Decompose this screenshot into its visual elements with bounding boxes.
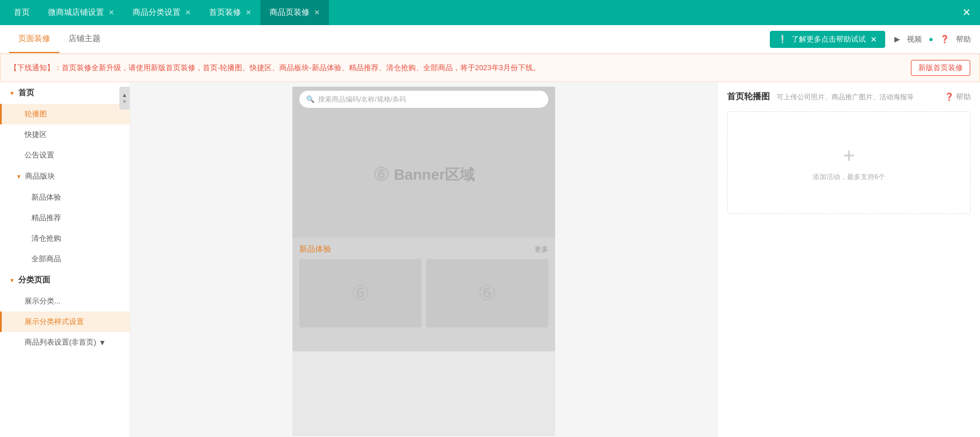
tab-store-settings[interactable]: 微商城店铺设置 ✕ [39,0,123,25]
notice-text: 【下线通知】：首页装修全新升级，请使用新版首页装修，首页-轮播图、快捷区、商品板… [10,63,906,73]
sidebar-item-quick-zone[interactable]: 快捷区 [0,124,130,145]
sidebar-quick-zone-label: 快捷区 [25,130,47,139]
tab-category-settings-label: 商品分类设置 [132,7,180,18]
window-close-button[interactable]: ✕ [958,4,975,21]
tab-product-decor-label: 商品页装修 [270,7,310,18]
help-banner-text: 了解更多点击帮助试试 [792,34,866,44]
tab-product-decor-close[interactable]: ✕ [314,9,320,17]
tab-bar: 首页 微商城店铺设置 ✕ 商品分类设置 ✕ 首页装修 ✕ 商品页装修 ✕ ✕ [0,0,980,25]
preview-search-placeholder: 搜索商品编码/名称/规格/条码 [318,95,406,104]
video-label: 视频 [907,34,922,44]
preview-products-area: 新品体验 更多 ⑥ ⑥ [292,237,555,351]
sidebar-home-group[interactable]: ▼ 首页 [0,82,130,104]
sidebar-carousel-label: 轮播图 [25,110,47,118]
preview-product-item-2: ⑥ [426,259,548,327]
new-home-decor-label: 新版首页装修 [918,63,963,72]
tab-product-decor[interactable]: 商品页装修 ✕ [260,0,329,25]
sidebar-item-new-experience[interactable]: 新品体验 [0,187,130,208]
sub-tab-page-decor[interactable]: 页面装修 [9,26,59,53]
sidebar-product-block-group[interactable]: ▼ 商品版块 [0,165,130,187]
new-home-decor-button[interactable]: 新版首页装修 [911,60,970,76]
product-icon-1: ⑥ [351,281,369,305]
category-group-arrow: ▼ [9,277,15,284]
help-banner: ❕ 了解更多点击帮助试试 ✕ [770,31,885,48]
sidebar: ▲ « ▼ 首页 轮播图 快捷区 公告设置 ▼ 商品版块 新品体验 [0,82,130,437]
sidebar-premium-label: 精品推荐 [31,213,61,222]
sidebar-item-notice[interactable]: 公告设置 [0,145,130,165]
sidebar-category-section: ▼ 分类页面 展示分类... 展示分类样式设置 商品列表设置(非首页) ▼ [0,269,130,353]
sidebar-item-clearance[interactable]: 清仓抢购 [0,228,130,249]
product-list-arrow: ▼ [99,338,106,347]
product-block-arrow: ▼ [16,173,22,180]
add-label: 添加活动，最多支持6个 [813,172,885,182]
preview-banner-area: ⑥ Banner区域 [292,112,555,237]
preview-product-item-1: ⑥ [299,259,421,327]
sidebar-item-premium[interactable]: 精品推荐 [0,208,130,228]
sidebar-item-show-category[interactable]: 展示分类... [0,291,130,311]
sidebar-new-experience-label: 新品体验 [31,193,61,201]
home-group-arrow: ▼ [9,90,15,96]
sidebar-clearance-label: 清仓抢购 [31,234,61,242]
help-banner-close[interactable]: ✕ [870,35,877,44]
sidebar-show-category-label: 展示分类... [25,297,61,305]
help-icon: ❓ [940,35,949,43]
sidebar-all-products-label: 全部商品 [31,254,61,263]
help-actions: ▶ 视频 ● ❓ 帮助 [894,34,971,44]
sidebar-item-all-products[interactable]: 全部商品 [0,249,130,269]
phone-preview: 🔍 搜索商品编码/名称/规格/条码 ⑥ Banner区域 新品体验 更多 ⑥ [292,87,555,436]
help-banner-icon: ❕ [778,35,787,43]
add-activity-area[interactable]: + 添加活动，最多支持6个 [727,111,971,214]
notice-bar: 【下线通知】：首页装修全新升级，请使用新版首页装修，首页-轮播图、快捷区、商品板… [0,54,980,82]
product-icon-2: ⑥ [478,281,496,305]
right-panel-title-area: 首页轮播图 可上传公司照片、商品推广图片、活动海报等 [727,91,914,102]
preview-products-more: 更多 [535,245,548,254]
main-layout: ▲ « ▼ 首页 轮播图 快捷区 公告设置 ▼ 商品版块 新品体验 [0,82,980,437]
sub-tab-bar: 页面装修 店铺主题 ❕ 了解更多点击帮助试试 ✕ ▶ 视频 ● ❓ 帮助 [0,25,980,54]
sub-tab-store-theme-label: 店铺主题 [69,34,101,43]
sub-tab-page-decor-label: 页面装修 [18,34,50,43]
preview-products-title: 新品体验 [299,244,331,254]
video-icon: ▶ [894,35,900,43]
tab-store-settings-close[interactable]: ✕ [109,9,114,17]
preview-search-area: 🔍 搜索商品编码/名称/规格/条码 [292,87,555,112]
sidebar-home-title: 首页 [18,88,34,98]
dot-indicator: ● [929,35,933,43]
tab-home-decor[interactable]: 首页装修 ✕ [200,0,260,25]
sidebar-product-list-label: 商品列表设置(非首页) [25,337,97,347]
sidebar-category-title: 分类页面 [18,275,50,285]
chevron-left-icon: « [123,98,126,104]
sidebar-category-group[interactable]: ▼ 分类页面 [0,269,130,291]
right-panel: 首页轮播图 可上传公司照片、商品推广图片、活动海报等 ❓ 帮助 + 添加活动，最… [717,82,980,437]
tab-home-decor-label: 首页装修 [209,7,241,18]
banner-logo-icon: ⑥ [373,164,389,185]
search-icon: 🔍 [306,95,315,103]
center-preview: 🔍 搜索商品编码/名称/规格/条码 ⑥ Banner区域 新品体验 更多 ⑥ [130,82,717,437]
tab-store-settings-label: 微商城店铺设置 [48,7,104,18]
sidebar-category-style-label: 展示分类样式设置 [25,317,84,326]
sidebar-product-block-label: 商品版块 [25,171,55,181]
sidebar-item-product-list[interactable]: 商品列表设置(非首页) ▼ [0,332,130,353]
right-panel-help-label: 帮助 [956,92,971,102]
right-panel-header: 首页轮播图 可上传公司照片、商品推广图片、活动海报等 ❓ 帮助 [727,91,971,102]
help-circle-icon: ❓ [945,92,954,101]
tab-category-settings-close[interactable]: ✕ [185,9,191,17]
right-panel-help-button[interactable]: ❓ 帮助 [945,92,971,102]
preview-banner-text: Banner区域 [394,165,475,185]
right-panel-subtitle: 可上传公司照片、商品推广图片、活动海报等 [777,93,914,101]
tab-home-label: 首页 [14,7,30,18]
preview-products-header: 新品体验 更多 [299,244,548,254]
help-label: 帮助 [956,34,971,44]
tab-category-settings[interactable]: 商品分类设置 ✕ [123,0,200,25]
chevron-up-icon: ▲ [122,92,127,98]
sidebar-home-section: ▼ 首页 轮播图 快捷区 公告设置 ▼ 商品版块 新品体验 精品推荐 [0,82,130,269]
tab-home[interactable]: 首页 [5,0,39,25]
sidebar-item-category-style[interactable]: 展示分类样式设置 [0,311,130,332]
tab-home-decor-close[interactable]: ✕ [246,9,251,17]
sidebar-collapse-button[interactable]: ▲ « [119,87,130,110]
sidebar-item-carousel[interactable]: 轮播图 [0,104,130,124]
sub-tab-store-theme[interactable]: 店铺主题 [59,26,110,53]
preview-product-grid: ⑥ ⑥ [299,259,548,327]
sidebar-notice-label: 公告设置 [25,151,54,159]
right-panel-title: 首页轮播图 [727,91,770,101]
add-icon: + [843,144,855,168]
